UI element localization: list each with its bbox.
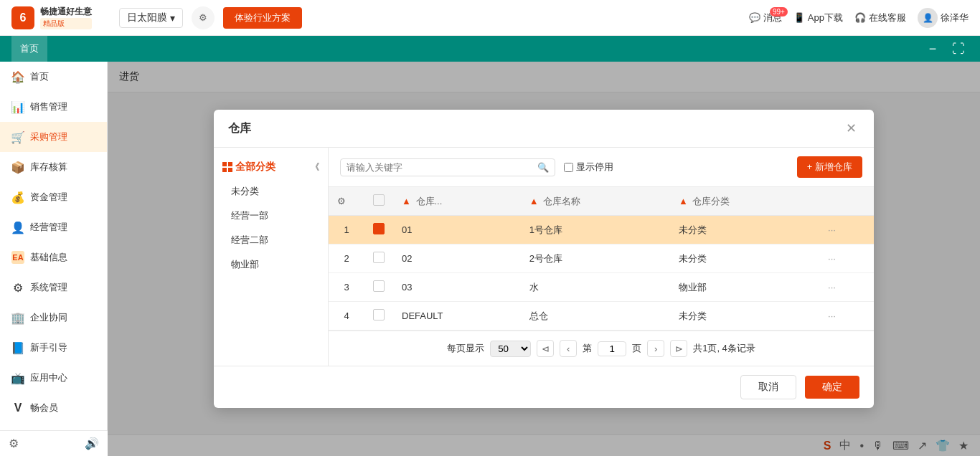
trial-button[interactable]: 体验行业方案 [223, 7, 302, 29]
row-category: 未分类 [670, 302, 819, 331]
row-more[interactable]: ··· [819, 273, 874, 302]
message-icon: 💬 [749, 12, 760, 23]
phone-icon: 📱 [793, 12, 805, 23]
sidebar-item-member[interactable]: V 畅会员 [0, 393, 107, 423]
row-checkbox[interactable] [373, 309, 385, 320]
category-item-uncategorized[interactable]: 未分类 [214, 179, 328, 204]
system-icon: ⚙ [11, 281, 24, 294]
more-dots-icon[interactable]: ··· [828, 253, 836, 264]
finance-icon: 💰 [11, 191, 24, 204]
sidebar: 🏠 首页 📊 销售管理 🛒 采购管理 📦 库存核算 💰 资金管理 👤 经营管理 … [0, 62, 108, 456]
search-input[interactable] [347, 162, 533, 173]
sidebar-item-operation[interactable]: 👤 经营管理 [0, 212, 107, 242]
logo-text: 畅捷通好生意 精品版 [40, 6, 92, 29]
row-more[interactable]: ··· [819, 302, 874, 331]
row-checkbox[interactable] [373, 252, 385, 263]
confirm-button[interactable]: 确定 [805, 376, 859, 399]
category-item-property[interactable]: 物业部 [214, 252, 328, 277]
table-row[interactable]: 1 01 1号仓库 未分类 ··· [329, 216, 874, 244]
page-input[interactable] [598, 341, 626, 356]
row-code: DEFAULT [393, 302, 521, 331]
sidebar-item-enterprise[interactable]: 🏢 企业协同 [0, 303, 107, 333]
modal-footer: 取消 确定 [214, 366, 874, 408]
row-num: 3 [329, 273, 364, 302]
row-name: 1号仓库 [521, 216, 670, 244]
row-checkbox-cell[interactable] [364, 216, 393, 244]
more-dots-icon[interactable]: ··· [828, 224, 836, 235]
app-download-button[interactable]: 📱 App下载 [793, 11, 843, 24]
first-page-button[interactable]: ⊲ [537, 340, 554, 357]
row-category: 未分类 [670, 216, 819, 244]
main-layout: 🏠 首页 📊 销售管理 🛒 采购管理 📦 库存核算 💰 资金管理 👤 经营管理 … [0, 62, 980, 456]
more-dots-icon[interactable]: ··· [828, 282, 836, 293]
row-category: 未分类 [670, 244, 819, 273]
row-checkbox-cell[interactable] [364, 273, 393, 302]
row-more[interactable]: ··· [819, 244, 874, 273]
user-menu[interactable]: 👤 徐泽华 [918, 8, 969, 28]
sidebar-item-guide[interactable]: 📘 新手引导 [0, 333, 107, 363]
guide-icon: 📘 [11, 341, 24, 354]
category-panel: 全部分类 《 未分类 经营一部 经营二部 物业部 [214, 148, 329, 366]
row-checkbox[interactable] [373, 223, 385, 234]
modal-header: 仓库 ✕ [214, 110, 874, 148]
member-icon: V [11, 402, 24, 414]
row-category: 物业部 [670, 273, 819, 302]
row-checkbox[interactable] [373, 280, 385, 292]
more-dots-icon[interactable]: ··· [828, 310, 836, 321]
header-right: 💬 消息 99+ 📱 App下载 🎧 在线客服 👤 徐泽华 [749, 8, 969, 28]
grid-icon [222, 162, 232, 172]
header-middle: 日太阳膜 ▾ ⚙ 体验行业方案 [119, 6, 749, 29]
table-row[interactable]: 2 02 2号仓库 未分类 ··· [329, 244, 874, 273]
category-header[interactable]: 全部分类 《 [214, 155, 328, 179]
sidebar-item-system[interactable]: ⚙ 系统管理 [0, 272, 107, 303]
settings-bottom-icon[interactable]: ⚙ [9, 437, 19, 450]
nav-home[interactable]: 首页 [11, 36, 47, 62]
table-toolbar: 🔍 显示停用 + 新增仓库 [329, 148, 874, 187]
row-code: 03 [393, 273, 521, 302]
next-page-button[interactable]: › [647, 340, 664, 357]
store-selector[interactable]: 日太阳膜 ▾ [119, 8, 183, 28]
sidebar-item-sales[interactable]: 📊 销售管理 [0, 92, 107, 122]
row-checkbox-cell[interactable] [364, 302, 393, 331]
show-disabled-label[interactable]: 显示停用 [564, 161, 613, 174]
per-page-select[interactable]: 50 20 100 [490, 341, 531, 357]
sidebar-item-home[interactable]: 🏠 首页 [0, 62, 107, 92]
row-name: 总仓 [521, 302, 670, 331]
prev-page-button[interactable]: ‹ [560, 340, 577, 357]
header-checkbox[interactable] [373, 194, 385, 206]
inventory-icon: 📦 [11, 161, 24, 174]
category-collapse-button[interactable]: 《 [311, 161, 319, 174]
settings-icon[interactable]: ⚙ [192, 6, 215, 29]
row-checkbox-cell[interactable] [364, 244, 393, 273]
online-service-button[interactable]: 🎧 在线客服 [854, 11, 906, 24]
sidebar-item-appstore[interactable]: 📺 应用中心 [0, 363, 107, 393]
avatar: 👤 [918, 8, 938, 28]
col-settings: ⚙ [329, 187, 364, 216]
category-item-ops2[interactable]: 经营二部 [214, 228, 328, 252]
message-button[interactable]: 💬 消息 99+ [749, 11, 782, 24]
col-category: ▲ 仓库分类 [670, 187, 819, 216]
logo-area: 6 畅捷通好生意 精品版 [11, 6, 119, 29]
col-checkbox [364, 187, 393, 216]
cancel-button[interactable]: 取消 [740, 375, 796, 399]
sidebar-item-basic-info[interactable]: EA 基础信息 [0, 242, 107, 272]
last-page-button[interactable]: ⊳ [670, 340, 687, 357]
category-item-ops1[interactable]: 经营一部 [214, 204, 328, 228]
headset-icon: 🎧 [854, 12, 866, 23]
sidebar-item-purchase[interactable]: 🛒 采购管理 [0, 122, 107, 152]
purchase-icon: 🛒 [11, 130, 24, 143]
modal-close-button[interactable]: ✕ [842, 120, 859, 137]
table-row[interactable]: 3 03 水 物业部 ··· [329, 273, 874, 302]
row-code: 01 [393, 216, 521, 244]
modal-title: 仓库 [228, 121, 251, 136]
new-warehouse-button[interactable]: + 新增仓库 [797, 156, 862, 178]
table-row[interactable]: 4 DEFAULT 总仓 未分类 ··· [329, 302, 874, 331]
sidebar-item-inventory[interactable]: 📦 库存核算 [0, 152, 107, 182]
sidebar-item-finance[interactable]: 💰 资金管理 [0, 182, 107, 212]
minimize-button[interactable]: − [923, 39, 943, 59]
maximize-button[interactable]: ⛶ [948, 39, 969, 59]
volume-icon[interactable]: 🔊 [85, 437, 99, 450]
second-header: 首页 − ⛶ [0, 36, 980, 62]
row-more[interactable]: ··· [819, 216, 874, 244]
show-disabled-checkbox[interactable] [564, 163, 573, 172]
